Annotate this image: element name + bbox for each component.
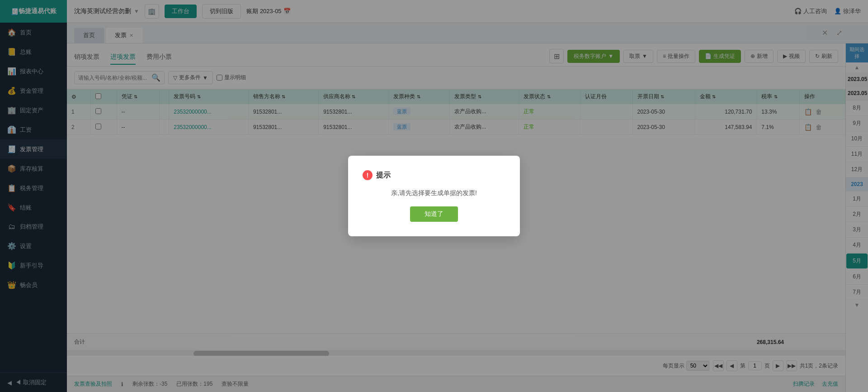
dialog-overlay: ! 提示 亲,请先选择要生成单据的发票! 知道了 [0, 0, 868, 392]
dialog-title-row: ! 提示 [363, 170, 391, 180]
alert-dialog: ! 提示 亲,请先选择要生成单据的发票! 知道了 [348, 156, 520, 236]
dialog-message: 亲,请先选择要生成单据的发票! [391, 189, 477, 197]
warning-icon: ! [363, 170, 373, 180]
dialog-confirm-button[interactable]: 知道了 [410, 206, 458, 222]
exclamation-icon: ! [367, 172, 369, 179]
dialog-title-text: 提示 [376, 171, 391, 180]
